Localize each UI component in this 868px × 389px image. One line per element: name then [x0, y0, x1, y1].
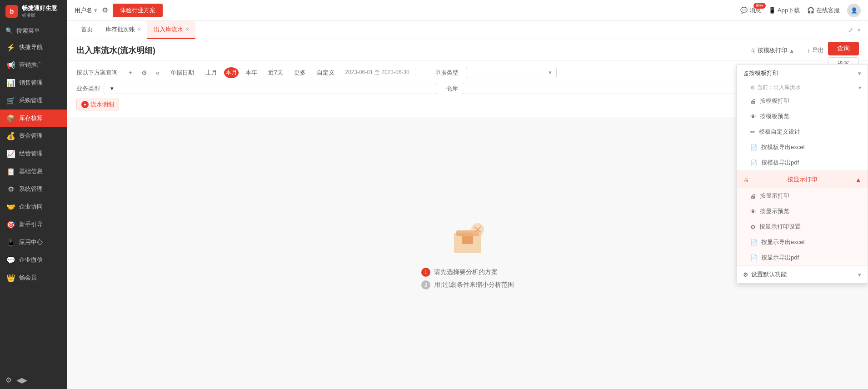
set-default-footer[interactable]: ⚙ 设置默认功能 ▾	[737, 266, 868, 283]
tab-batch-close[interactable]: ×	[138, 26, 141, 33]
display-preview-label: 按显示预览	[760, 207, 789, 215]
print-chevron-up-icon: ▲	[789, 47, 795, 54]
topbar-settings-btn[interactable]: ⚙	[102, 6, 108, 15]
topbar-right: 💬 消息 99+ 📱 App下载 🎧 在线客服 👤	[740, 4, 861, 17]
sidebar-item-marketing[interactable]: 📢 营销推广	[0, 56, 67, 74]
sidebar-item-quick-nav[interactable]: ⚡ 快捷导航	[0, 39, 67, 56]
empty-step-2: 2 用[过滤]条件来缩小分析范围	[421, 280, 514, 289]
display-print-label: 按显示打印	[760, 192, 789, 200]
settings-icon[interactable]: ⚙	[5, 376, 12, 384]
display-pdf-item[interactable]: 📄 按显示导出pdf	[737, 250, 868, 265]
display-print-header[interactable]: 🖨 按显示打印 ▲	[737, 171, 868, 188]
template-pdf-item[interactable]: 📄 按模板导出pdf	[737, 155, 868, 170]
maximize-icon[interactable]: ⤢	[848, 26, 853, 34]
main-content: 用户名 ▾ ⚙ 体验行业方案 💬 消息 99+ 📱 App下载 🎧 在线客服	[67, 0, 868, 389]
page-content: 出入库流水(流水明细) 🖨 按模板打印 ▲ ↑ 导出 ↻ 刷新	[67, 39, 868, 389]
business-chevron-icon: ▾	[110, 85, 114, 92]
messages-badge: 99+	[753, 3, 766, 9]
messages-btn[interactable]: 💬 消息 99+	[740, 6, 761, 15]
sidebar-search[interactable]: 🔍 搜索菜单	[0, 23, 67, 39]
inventory-icon: 📦	[6, 114, 15, 123]
template-design-item[interactable]: ✏ 模板自定义设计	[737, 124, 868, 140]
online-service-btn[interactable]: 🎧 在线客服	[807, 6, 840, 15]
sidebar-item-inventory[interactable]: 📦 库存核算	[0, 110, 67, 127]
template-preview-item[interactable]: 👁 按模板预览	[737, 109, 868, 124]
sidebar-item-operations[interactable]: 📈 经营管理	[0, 145, 67, 163]
print-template-btn[interactable]: 🖨 按模板打印 ▲	[746, 45, 798, 56]
filter-settings-btn[interactable]: ⚙	[139, 67, 150, 78]
close-tab-icon[interactable]: ×	[857, 26, 861, 34]
design-sub-icon: ✏	[750, 129, 755, 135]
template-print-item[interactable]: 🖨 按模板打印	[737, 93, 868, 109]
sidebar-item-guide[interactable]: 🎯 新手引导	[0, 216, 67, 234]
template-excel-item[interactable]: 📄 按模板导出excel	[737, 140, 868, 155]
business-type-input[interactable]: ▾	[104, 83, 437, 94]
display-preview-item[interactable]: 👁 按显示预览	[737, 204, 868, 219]
sidebar-item-system[interactable]: ⚙ 系统管理	[0, 180, 67, 198]
sidebar-item-finance[interactable]: 💰 资金管理	[0, 127, 67, 145]
tab-batch[interactable]: 库存批次账 ×	[99, 21, 147, 39]
current-chevron: ▾	[858, 85, 861, 91]
date-prev-month[interactable]: 上月	[201, 67, 221, 78]
excel-sub-icon: 📄	[750, 144, 758, 151]
display-section-chevron[interactable]: ▲	[855, 176, 861, 183]
display-excel-item[interactable]: 📄 按显示导出excel	[737, 234, 868, 250]
topbar-left: 用户名 ▾ ⚙ 体验行业方案	[75, 4, 735, 17]
filter-collapse-btn[interactable]: «	[152, 67, 163, 78]
empty-steps: 1 请先选择要分析的方案 2 用[过滤]条件来缩小分析范围	[421, 268, 514, 289]
sidebar-item-sales[interactable]: 📊 销售管理	[0, 74, 67, 92]
headset-icon: 🎧	[807, 7, 814, 14]
date-custom[interactable]: 自定义	[313, 67, 339, 78]
topbar-user-area: 用户名 ▾	[75, 6, 97, 15]
sidebar-item-collab[interactable]: 🤝 企业协同	[0, 198, 67, 216]
tab-flow-close[interactable]: ×	[186, 26, 189, 33]
quick-nav-icon: ⚡	[6, 43, 15, 52]
sidebar-item-member[interactable]: 👑 畅会员	[0, 269, 67, 287]
display-print-item[interactable]: 🖨 按显示打印	[737, 188, 868, 204]
template-preview-label: 按模板预览	[760, 112, 789, 120]
sidebar-item-wechat[interactable]: 💬 企业微信	[0, 251, 67, 269]
current-icon: ⚙	[750, 85, 755, 91]
guide-icon: 🎯	[6, 220, 15, 229]
date-current-month[interactable]: 本月	[224, 67, 239, 78]
doc-type-select[interactable]: ▾	[466, 67, 557, 78]
trial-button[interactable]: 体验行业方案	[113, 4, 163, 17]
business-type-group: 业务类型 ▾	[76, 83, 437, 94]
avatar-text: 👤	[851, 7, 858, 14]
logo-area: b 畅捷通好生意 标准版	[0, 0, 67, 23]
sidebar-item-purchase[interactable]: 🛒 采购管理	[0, 92, 67, 110]
page-title: 出入库流水(流水明细)	[76, 45, 155, 56]
svg-rect-2	[462, 236, 473, 244]
display-settings-item[interactable]: ⚙ 按显示打印设置	[737, 219, 868, 234]
query-button[interactable]: 查询	[828, 42, 859, 55]
step-1-num: 1	[421, 268, 430, 277]
sidebar-item-app-center[interactable]: 📱 应用中心	[0, 234, 67, 251]
add-filter-btn[interactable]: ＋	[125, 67, 136, 78]
tab-home-label: 首页	[81, 25, 93, 34]
active-filter-tag: ● 流水明细	[76, 99, 119, 110]
sidebar-item-basics[interactable]: 📋 基础信息	[0, 163, 67, 180]
purchase-icon: 🛒	[6, 96, 15, 105]
user-dropdown[interactable]: 用户名 ▾	[75, 6, 97, 15]
app-download-btn[interactable]: 📱 App下载	[768, 6, 800, 15]
doc-type-chevron-icon: ▾	[549, 69, 552, 76]
member-icon: 👑	[6, 274, 15, 282]
date-more[interactable]: 更多	[290, 67, 310, 78]
date-7days[interactable]: 近7天	[264, 67, 287, 78]
printer-icon: 🖨	[750, 47, 756, 54]
template-print-header[interactable]: 🖨 按模板打印 ▾	[737, 65, 868, 82]
sidebar-item-label: 快捷导航	[19, 43, 43, 51]
sidebar-item-label: 应用中心	[19, 238, 43, 246]
user-avatar[interactable]: 👤	[847, 4, 861, 17]
empty-step-1: 1 请先选择要分析的方案	[421, 268, 514, 277]
pdf-sub-icon: 📄	[750, 160, 758, 166]
collapse-icon[interactable]: ◀▶	[16, 376, 27, 384]
export-btn[interactable]: ↑ 导出	[804, 45, 828, 56]
user-name: 用户名	[75, 6, 92, 15]
set-default-label: 设置默认功能	[751, 270, 787, 279]
tab-home[interactable]: 首页	[75, 21, 99, 39]
date-current-year[interactable]: 本年	[241, 67, 261, 78]
dropdown-chevron-icon: ▾	[94, 7, 97, 14]
template-section-chevron[interactable]: ▾	[858, 70, 861, 77]
tab-flow[interactable]: 出入库流水 ×	[147, 21, 195, 39]
